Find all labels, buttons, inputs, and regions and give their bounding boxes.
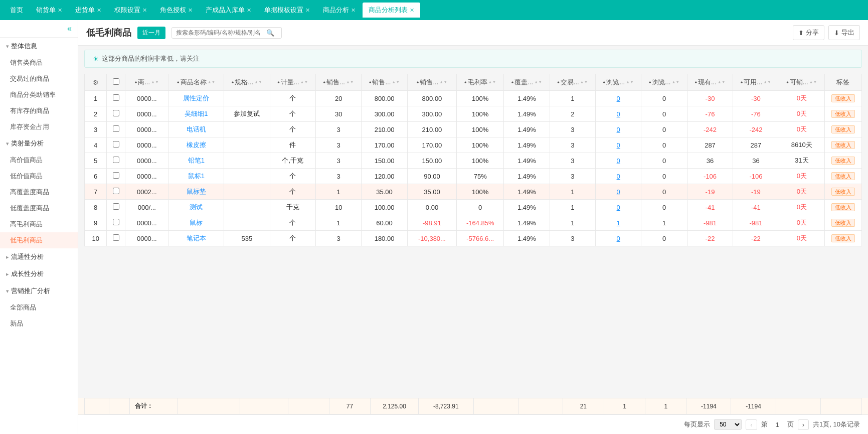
row-browse1[interactable]: 0	[596, 91, 641, 106]
row-checkbox[interactable]	[107, 137, 125, 153]
row-checkbox[interactable]	[107, 106, 125, 122]
table-container[interactable]: ⚙ •商...▲▼ •商品名称▲▼ •规格...▲▼	[78, 70, 868, 398]
nav-goods-analysis-close[interactable]: ✕	[351, 7, 356, 14]
row-checkbox[interactable]	[107, 184, 125, 200]
sidebar-item-in-stock[interactable]: 有库存的商品	[0, 103, 78, 119]
row-checkbox[interactable]	[107, 122, 125, 137]
row-select[interactable]	[113, 110, 119, 116]
col-checkbox[interactable]	[107, 74, 125, 91]
sidebar-collapse-btn[interactable]: «	[65, 22, 74, 35]
export-btn[interactable]: ⬇ 导出	[828, 25, 860, 40]
sidebar-item-traded-goods[interactable]: 交易过的商品	[0, 71, 78, 87]
nav-home[interactable]: 首页	[4, 3, 29, 18]
row-browse1[interactable]: 0	[596, 122, 641, 137]
row-browse1[interactable]: 0	[596, 169, 641, 184]
row-browse1[interactable]: 0	[596, 137, 641, 153]
row-checkbox[interactable]	[107, 231, 125, 246]
nav-template-close[interactable]: ✕	[305, 7, 310, 14]
settings-icon[interactable]: ⚙	[93, 79, 99, 86]
sidebar-group-marketing[interactable]: ▾ 营销推广分析	[0, 282, 78, 300]
col-unit[interactable]: •计量...▲▼	[270, 74, 315, 91]
row-select[interactable]	[113, 188, 119, 194]
col-available[interactable]: •可用...▲▼	[733, 74, 779, 91]
sidebar-item-low-value[interactable]: 低价值商品	[0, 168, 78, 184]
col-code[interactable]: •商...▲▼	[125, 74, 168, 91]
sidebar-group-category-analysis[interactable]: ▾ 类射量分析	[0, 135, 78, 152]
prev-page-btn[interactable]: ‹	[746, 419, 757, 430]
row-select[interactable]	[113, 234, 119, 241]
row-select[interactable]	[113, 141, 119, 148]
nav-goods-analysis[interactable]: 商品分析 ✕	[317, 3, 362, 18]
row-checkbox[interactable]	[107, 200, 125, 215]
row-select[interactable]	[113, 157, 119, 163]
search-icon[interactable]: 🔍	[266, 29, 274, 37]
sidebar-group-liquidity[interactable]: ▸ 流通性分析	[0, 248, 78, 265]
nav-goods-analysis-list-close[interactable]: ✕	[410, 7, 414, 14]
sidebar-item-high-margin[interactable]: 高毛利商品	[0, 216, 78, 232]
row-browse1[interactable]: 0	[596, 153, 641, 169]
col-current-stock[interactable]: •现有...▲▼	[687, 74, 733, 91]
col-browse2[interactable]: •浏览...▲▼	[641, 74, 687, 91]
nav-permission-close[interactable]: ✕	[142, 7, 147, 14]
nav-product-in-close[interactable]: ✕	[247, 7, 251, 14]
sidebar-group-overall[interactable]: ▾ 整体信息	[0, 38, 78, 55]
share-btn[interactable]: ⬆ 分享	[793, 25, 824, 40]
col-saleable[interactable]: •可销...▲▼	[779, 74, 824, 91]
col-spec[interactable]: •规格...▲▼	[224, 74, 270, 91]
col-sale-count[interactable]: •销售...▲▼	[315, 74, 361, 91]
col-tag[interactable]: 标签	[824, 74, 861, 91]
row-select[interactable]	[113, 94, 119, 101]
col-browse1[interactable]: •浏览...▲▼	[596, 74, 641, 91]
col-gross-rate[interactable]: •毛利率▲▼	[457, 74, 504, 91]
col-sale-price[interactable]: •销售...▲▼	[362, 74, 407, 91]
sidebar-item-new-goods[interactable]: 新品	[0, 316, 78, 332]
sidebar-item-high-value[interactable]: 高价值商品	[0, 152, 78, 168]
col-settings[interactable]: ⚙	[85, 74, 107, 91]
row-checkbox[interactable]	[107, 153, 125, 169]
row-browse1[interactable]: 0	[596, 184, 641, 200]
select-all-checkbox[interactable]	[113, 78, 119, 85]
row-browse1[interactable]: 0	[596, 200, 641, 215]
row-checkbox[interactable]	[107, 215, 125, 231]
row-select[interactable]	[113, 172, 119, 179]
sidebar-item-category-rate[interactable]: 商品分类助销率	[0, 87, 78, 103]
nav-purchase[interactable]: 进货单 ✕	[69, 3, 107, 18]
row-checkbox[interactable]	[107, 91, 125, 106]
sidebar-item-low-coverage[interactable]: 低覆盖度商品	[0, 200, 78, 216]
row-name[interactable]: 鼠标垫	[168, 184, 224, 200]
next-page-btn[interactable]: ›	[798, 419, 809, 430]
row-name[interactable]: 吴细细1	[168, 106, 224, 122]
page-size-select[interactable]: 50 100 200	[714, 419, 742, 430]
search-input[interactable]	[176, 29, 266, 36]
row-name[interactable]: 铅笔1	[168, 153, 224, 169]
row-select[interactable]	[113, 219, 119, 225]
row-name[interactable]: 橡皮擦	[168, 137, 224, 153]
col-sale-profit[interactable]: •销售...▲▼	[407, 74, 456, 91]
col-coverage[interactable]: •覆盖...▲▼	[504, 74, 550, 91]
sidebar-item-high-coverage[interactable]: 高覆盖度商品	[0, 184, 78, 200]
row-name[interactable]: 笔记本	[168, 231, 224, 246]
nav-goods-analysis-list[interactable]: 商品分析列表 ✕	[363, 3, 420, 18]
row-name[interactable]: 电话机	[168, 122, 224, 137]
row-browse1[interactable]: 1	[596, 215, 641, 231]
row-name[interactable]: 鼠标1	[168, 169, 224, 184]
nav-role-close[interactable]: ✕	[188, 7, 193, 14]
sidebar-item-all-goods[interactable]: 全部商品	[0, 300, 78, 316]
sidebar-item-stock-capital[interactable]: 库存资金占用	[0, 119, 78, 135]
date-filter-btn[interactable]: 近一月	[137, 27, 165, 39]
row-select[interactable]	[113, 125, 119, 132]
row-name[interactable]: 属性定价	[168, 91, 224, 106]
row-checkbox[interactable]	[107, 169, 125, 184]
nav-purchase-close[interactable]: ✕	[97, 7, 101, 14]
col-name[interactable]: •商品名称▲▼	[168, 74, 224, 91]
sidebar-group-growth[interactable]: ▸ 成长性分析	[0, 265, 78, 282]
sidebar-item-sales-goods[interactable]: 销售类商品	[0, 55, 78, 71]
sidebar-item-low-margin[interactable]: 低毛利商品	[0, 232, 78, 248]
nav-template[interactable]: 单据模板设置 ✕	[258, 3, 316, 18]
row-browse1[interactable]: 0	[596, 231, 641, 246]
nav-product-in[interactable]: 产成品入库单 ✕	[200, 3, 257, 18]
col-trade[interactable]: •交易...▲▼	[550, 74, 595, 91]
nav-sales[interactable]: 销货单 ✕	[30, 3, 68, 18]
row-select[interactable]	[113, 203, 119, 210]
nav-role[interactable]: 角色授权 ✕	[154, 3, 199, 18]
